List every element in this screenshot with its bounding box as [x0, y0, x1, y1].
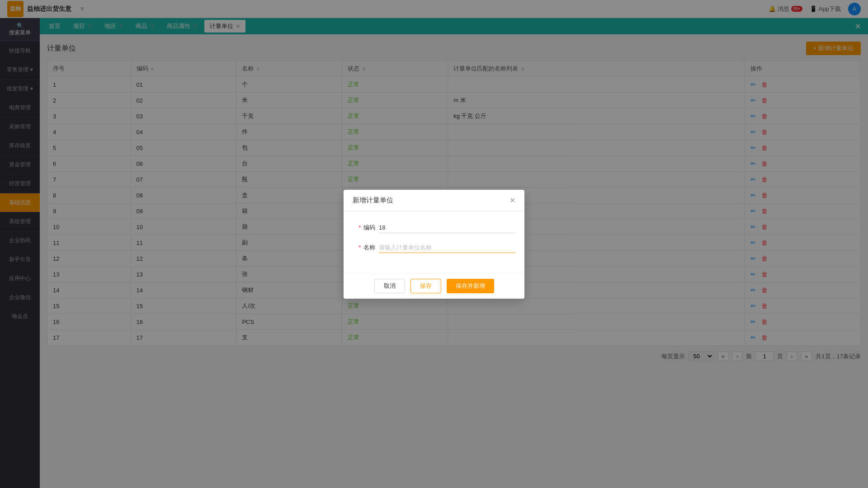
form-row-code: * 编码 — [353, 222, 515, 233]
modal-title: 新增计量单位 — [353, 196, 393, 205]
modal-overlay: 新增计量单位 ✕ * 编码 * 名称 取消 保存 保存并新增 — [0, 0, 868, 488]
code-input[interactable] — [379, 222, 515, 233]
name-form-label: * 名称 — [353, 244, 375, 252]
modal-header: 新增计量单位 ✕ — [344, 190, 524, 211]
form-row-name: * 名称 — [353, 242, 515, 253]
name-input[interactable] — [379, 242, 515, 253]
modal-close-button[interactable]: ✕ — [509, 196, 515, 205]
modal-body: * 编码 * 名称 — [344, 211, 524, 273]
save-button[interactable]: 保存 — [410, 279, 441, 293]
cancel-button[interactable]: 取消 — [374, 279, 405, 293]
modal-footer: 取消 保存 保存并新增 — [344, 273, 524, 299]
code-label: * 编码 — [353, 224, 375, 232]
modal-dialog: 新增计量单位 ✕ * 编码 * 名称 取消 保存 保存并新增 — [344, 190, 524, 299]
save-and-new-button[interactable]: 保存并新增 — [447, 279, 494, 293]
